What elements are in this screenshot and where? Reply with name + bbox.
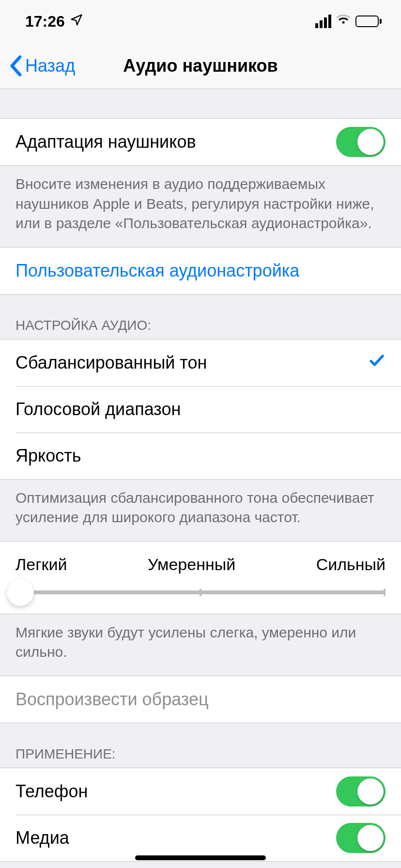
row-label: Телефон <box>15 781 88 802</box>
row-balanced-tone[interactable]: Сбалансированный тон <box>0 340 401 386</box>
checkmark-icon <box>368 352 386 373</box>
toggle-headphone-adaptation[interactable] <box>336 127 386 157</box>
back-label: Назад <box>25 56 75 76</box>
home-indicator <box>135 855 266 860</box>
apply-header: ПРИМЕНЕНИЕ: <box>0 723 401 768</box>
slider-tick-mid <box>200 589 201 596</box>
back-button[interactable]: Назад <box>0 55 75 77</box>
adaptation-footer: Вносите изменения в аудио поддерживаемых… <box>0 166 401 247</box>
row-phone[interactable]: Телефон <box>0 768 401 815</box>
row-label: Сбалансированный тон <box>15 353 207 373</box>
wifi-icon <box>336 12 351 31</box>
row-headphone-adaptation[interactable]: Адаптация наушников <box>0 119 401 165</box>
cellular-icon <box>315 15 331 28</box>
amplification-slider[interactable] <box>15 590 386 594</box>
amplification-slider-block: Легкий Умеренный Сильный <box>0 541 401 614</box>
svg-point-0 <box>342 21 345 24</box>
tuning-header: НАСТРОЙКА АУДИО: <box>0 294 401 339</box>
slider-thumb[interactable] <box>7 579 34 606</box>
slider-footer: Мягкие звуки будут усилены слегка, умере… <box>0 614 401 676</box>
toggle-phone[interactable] <box>336 776 386 806</box>
row-label: Медиа <box>15 828 69 848</box>
row-media[interactable]: Медиа <box>15 815 401 861</box>
row-label: Воспроизвести образец <box>15 689 209 710</box>
status-bar: 17:26 <box>0 0 401 43</box>
row-label: Яркость <box>15 446 81 466</box>
slider-label-right: Сильный <box>316 555 386 574</box>
row-custom-audio-setup[interactable]: Пользовательская аудионастройка <box>0 248 401 294</box>
row-label: Голосовой диапазон <box>15 399 181 419</box>
location-icon <box>70 13 83 31</box>
row-vocal-range[interactable]: Голосовой диапазон <box>15 386 401 433</box>
status-time: 17:26 <box>25 13 65 31</box>
slider-label-left: Легкий <box>15 555 67 574</box>
chevron-left-icon <box>9 55 22 77</box>
row-label: Адаптация наушников <box>15 132 196 152</box>
slider-label-mid: Умеренный <box>148 555 235 574</box>
slider-tick-right <box>384 589 386 596</box>
nav-bar: Назад Аудио наушников <box>0 43 401 89</box>
row-play-sample[interactable]: Воспроизвести образец <box>0 676 401 723</box>
toggle-media[interactable] <box>336 823 386 853</box>
row-label: Пользовательская аудионастройка <box>15 261 299 281</box>
battery-icon <box>355 16 382 27</box>
tuning-footer: Оптимизация сбалансированного тона обесп… <box>0 480 401 541</box>
row-brightness[interactable]: Яркость <box>15 433 401 479</box>
